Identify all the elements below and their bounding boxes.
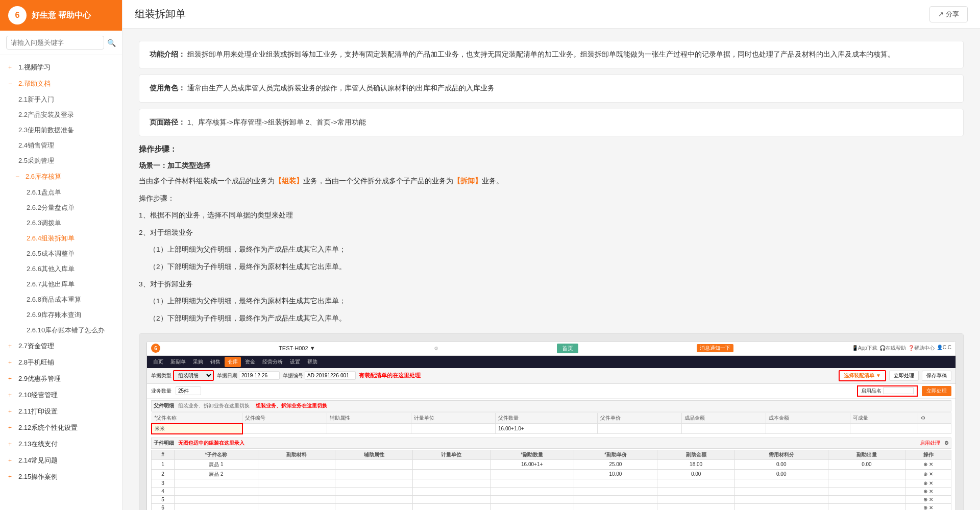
- sim-annotation4-text: 无图也适中的组装在这里录入: [178, 440, 244, 447]
- nav-item-2-10[interactable]: + 2.10经营管理: [0, 387, 122, 403]
- nav-item-2-6-6[interactable]: 2.6.6其他入库单: [0, 261, 122, 277]
- sim-enable-input[interactable]: [883, 387, 914, 394]
- nav-item-2-14[interactable]: + 2.14常见问题: [0, 452, 122, 469]
- sidebar: 6 好生意 帮助中心 🔍 + 1.视频学习 − 2.帮助文档 2.1新手入门 2…: [0, 0, 122, 510]
- nav-label-2-13: 2.13在线支付: [18, 440, 58, 449]
- search-input[interactable]: [6, 36, 104, 50]
- sim-upper-header: 父件明细 组装业务、拆卸业务在这里切换 组装业务、拆卸业务在这里切换: [151, 400, 951, 411]
- sim-annotation-text1: 有装配清单的在这里处理: [359, 372, 836, 379]
- sim-lower-row-6: 6⊕ ✕: [152, 503, 951, 510]
- nav-item-2-6-2[interactable]: 2.6.2分量盘点单: [0, 200, 122, 215]
- nav-item-1[interactable]: + 1.视频学习: [0, 59, 122, 76]
- sim-lower-title: 子件明细: [154, 440, 174, 447]
- sim-type-field: 单据类型 组装明细 拆卸明细: [151, 370, 214, 381]
- sim-upper-table: *父件名称 父件编号 辅助属性 计量单位 父件数量 父件单价 成品金额 成本金额…: [151, 412, 951, 434]
- sim-lower-th-2: 副助材料: [258, 450, 335, 459]
- step2-2: （2）下部明细为子件明细，最终作为原材料生成其它出库单。: [149, 260, 964, 274]
- plus-icon-2-11: +: [8, 408, 15, 415]
- nav-item-2-9[interactable]: + 2.9优惠券管理: [0, 371, 122, 387]
- sim-date-input[interactable]: [239, 371, 280, 380]
- sim-nav-help: 帮助: [304, 357, 321, 367]
- sim-save-btn[interactable]: 保存草稿: [922, 371, 951, 381]
- sim-order-label: 单据编号: [283, 372, 303, 379]
- nav-item-2-6[interactable]: − 2.6库存核算: [0, 168, 122, 185]
- nav-item-2-8[interactable]: + 2.8手机旺铺: [0, 354, 122, 371]
- sim-nav-warehouse: 仓库: [225, 357, 241, 367]
- sim-upper-th-6: 父件单价: [597, 412, 681, 424]
- sim-lower-row-5: 5⊕ ✕: [152, 495, 951, 503]
- sim-lr2-7: 0.00: [657, 469, 735, 479]
- search-button[interactable]: 🔍: [107, 39, 116, 47]
- sim-icon-user: 👤C.C: [937, 345, 951, 352]
- nav-item-2-6-3[interactable]: 2.6.3调拨单: [0, 215, 122, 231]
- sim-date-field: 单据日期: [217, 371, 280, 380]
- sim-execute-btn[interactable]: 立即处理: [922, 386, 951, 396]
- sim-upper-row-1: 米米 16.00+1.0+: [152, 424, 951, 434]
- sim-store: TEST-H002 ▼: [279, 345, 315, 351]
- nav-item-2-2[interactable]: 2.2产品安装及登录: [0, 107, 122, 123]
- plus-icon-2-7: +: [8, 343, 15, 350]
- nav-item-2-6-5[interactable]: 2.6.5成本调整单: [0, 246, 122, 261]
- nav-item-2-1[interactable]: 2.1新手入门: [0, 92, 122, 107]
- role-label: 使用角色：: [150, 84, 185, 92]
- sim-lr1-7: 18.00: [657, 459, 735, 469]
- search-box: 🔍: [0, 31, 122, 55]
- nav-item-2-7[interactable]: + 2.7资金管理: [0, 338, 122, 354]
- sim-nav-purchase: 采购: [190, 357, 206, 367]
- sidebar-header: 6 好生意 帮助中心: [0, 0, 122, 31]
- feature-intro-text: 组装拆卸单用来处理企业组装或拆卸等加工业务，支持有固定装配清单的产品加工业务，也…: [187, 51, 895, 58]
- sim-order-field: 单据编号: [283, 371, 356, 380]
- sim-lr2-2: [258, 469, 335, 479]
- sim-num-input[interactable]: [176, 386, 201, 395]
- share-button[interactable]: ↗ 分享: [929, 6, 968, 22]
- nav-item-2-11[interactable]: + 2.11打印设置: [0, 403, 122, 420]
- scenario1-title: 场景一：加工类型选择: [139, 161, 964, 171]
- sim-lr1-6: 25.00: [574, 459, 657, 469]
- nav-item-2-4[interactable]: 2.4销售管理: [0, 138, 122, 153]
- sim-lr2-4: [413, 469, 491, 479]
- nav-item-2-6-1[interactable]: 2.6.1盘点单: [0, 185, 122, 200]
- nav-item-2-6-8[interactable]: 2.6.8商品成本重算: [0, 292, 122, 307]
- sim-nav-sales: 销售: [207, 357, 224, 367]
- sim-upper-cell-5: 16.00+1.0+: [496, 424, 598, 434]
- nav-item-2-15[interactable]: + 2.15操作案例: [0, 469, 122, 485]
- nav-label-2-10: 2.10经营管理: [18, 391, 58, 400]
- nav-item-2[interactable]: − 2.帮助文档: [0, 76, 122, 92]
- nav-item-2-6-9[interactable]: 2.6.9库存账本查询: [0, 307, 122, 323]
- sim-lower-header: 子件明细 无图也适中的组装在这里录入 启用处理 ⚙: [151, 438, 951, 449]
- sim-assemble-btn[interactable]: 选择装配清单 ▼: [839, 370, 886, 381]
- sim-type-select[interactable]: 组装明细 拆卸明细: [173, 370, 214, 381]
- minus-icon-2: −: [8, 80, 15, 88]
- step3-2: （2）下部明细为子件明细，最终作为产成品生成其它入库单。: [149, 312, 964, 325]
- sim-nav-newsub: 新副单: [167, 357, 189, 367]
- sim-lower-row-2: 2 展品 2 10.00 0.00 0.00: [152, 469, 951, 479]
- nav-item-2-5[interactable]: 2.5采购管理: [0, 153, 122, 168]
- sim-upper-count: 组装业务、拆卸业务在这里切换: [178, 402, 250, 409]
- plus-icon-2-9: +: [8, 375, 15, 382]
- sim-lower-table: # *子件名称 副助材料 辅助属性 计量单位 *副助数量 *副助单价 副助金额 …: [151, 450, 951, 510]
- sim-lr2-1: 展品 2: [175, 469, 258, 479]
- nav-item-2-6-10[interactable]: 2.6.10库存账本错了怎么办: [0, 323, 122, 338]
- sim-lower-section: 子件明细 无图也适中的组装在这里录入 启用处理 ⚙ # *子件名称: [147, 436, 955, 510]
- sim-lower-th-4: 计量单位: [413, 450, 491, 459]
- sim-upper-th-10: ⚙: [918, 412, 951, 424]
- feature-intro-label: 功能介绍：: [150, 51, 185, 58]
- nav-item-2-12[interactable]: + 2.12系统个性化设置: [0, 420, 122, 436]
- sim-upper-cell-10: [918, 424, 951, 434]
- sim-upper-th-5: 父件数量: [496, 412, 598, 424]
- sim-upper-th-9: 可成量: [850, 412, 918, 424]
- sim-nav: 自页 新副单 采购 销售 仓库 资金 经营分析 设置 帮助: [147, 356, 955, 368]
- sim-lower-icon: ⚙: [944, 440, 949, 446]
- sim-order-input[interactable]: [305, 371, 356, 380]
- sim-submit-btn[interactable]: 立即处理: [889, 371, 919, 381]
- sim-upper-th-7: 成品金额: [681, 412, 766, 424]
- sim-annotation3-text: 启用处理: [920, 440, 940, 447]
- sim-enable-label: 启用品名: [861, 388, 881, 394]
- nav-item-2-13[interactable]: + 2.13在线支付: [0, 436, 122, 452]
- nav-item-2-3[interactable]: 2.3使用前数据准备: [0, 123, 122, 138]
- main-area: 组装拆卸单 ↗ 分享 功能介绍： 组装拆卸单用来处理企业组装或拆卸等加工业务，支…: [122, 0, 980, 510]
- nav-item-2-6-4[interactable]: 2.6.4组装拆卸单: [0, 231, 122, 246]
- nav-item-2-6-7[interactable]: 2.6.7其他出库单: [0, 277, 122, 292]
- app-title: 好生意 帮助中心: [32, 10, 91, 21]
- sim-nav-home: 自页: [150, 357, 166, 367]
